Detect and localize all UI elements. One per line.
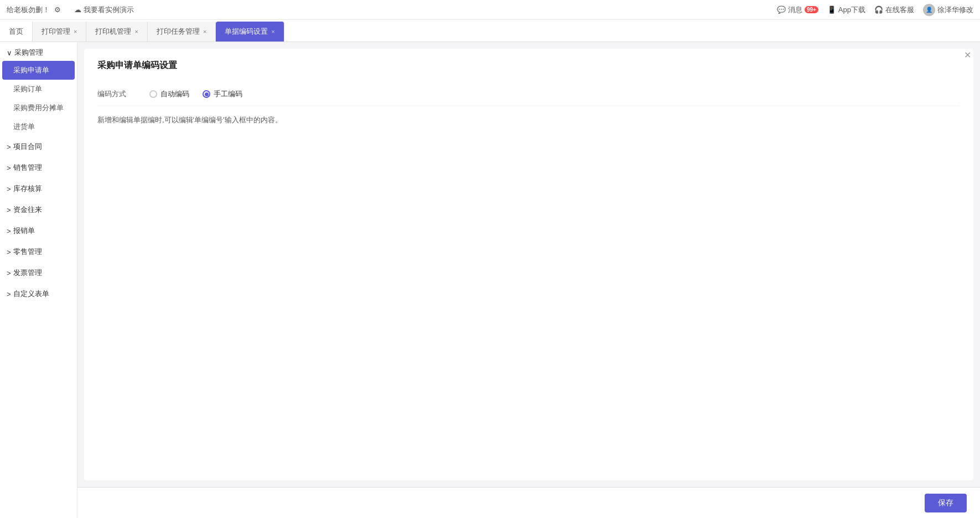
demo-link[interactable]: ☁ 我要看实例演示 xyxy=(74,5,134,15)
radio-manual-label: 手工编码 xyxy=(214,89,242,99)
sidebar-group-label-retail: 零售管理 xyxy=(13,247,42,257)
username-label: 徐泽华修改 xyxy=(937,5,973,15)
sidebar-group-arrow-custom: > xyxy=(7,290,11,298)
radio-manual-circle xyxy=(203,90,210,98)
sidebar-item-purchase-order[interactable]: 采购订单 xyxy=(0,80,77,99)
page-title: 采购申请单编码设置 xyxy=(97,60,960,71)
sidebar-item-purchase-request[interactable]: 采购申请单 xyxy=(2,61,75,80)
sidebar-group-label-expense: 报销单 xyxy=(13,226,35,236)
tab-print-mgmt-label: 打印管理 xyxy=(42,27,70,37)
tab-print-task-close[interactable]: × xyxy=(203,28,206,35)
radio-manual-coding[interactable]: 手工编码 xyxy=(203,89,242,99)
tab-print-mgmt-close[interactable]: × xyxy=(74,28,77,35)
sidebar-group-retail[interactable]: > 零售管理 xyxy=(0,241,77,262)
cloud-icon: ☁ xyxy=(74,6,81,14)
save-button[interactable]: 保存 xyxy=(925,494,967,512)
window-close-button[interactable]: ✕ xyxy=(964,50,971,60)
sidebar-group-invoice[interactable]: > 发票管理 xyxy=(0,262,77,283)
sidebar-group-arrow-expense: > xyxy=(7,227,11,235)
sidebar-group-arrow-purchase: ∨ xyxy=(7,49,12,57)
sidebar-group-label-purchase: 采购管理 xyxy=(14,48,43,58)
sidebar-item-label-purchase-request: 采购申请单 xyxy=(13,66,49,74)
sidebar-group-label-finance: 资金往来 xyxy=(13,205,42,215)
sidebar-group-arrow-finance: > xyxy=(7,206,11,214)
tab-print-task[interactable]: 打印任务管理 × xyxy=(148,22,216,42)
footer-bar: 保存 xyxy=(77,487,980,518)
tab-print-task-label: 打印任务管理 xyxy=(157,27,200,37)
hint-text: 新增和编辑单据编时,可以编辑'单编编号'输入框中的内容。 xyxy=(97,115,960,125)
sidebar-group-arrow-inventory: > xyxy=(7,185,11,193)
sidebar-group-label-invoice: 发票管理 xyxy=(13,268,42,278)
app-download-item[interactable]: 📱 App下载 xyxy=(827,5,865,15)
top-bar-left: 给老板勿删！ ⚙ ☁ 我要看实例演示 xyxy=(7,5,134,15)
tab-home[interactable]: 首页 xyxy=(0,22,33,42)
tab-printer-mgmt[interactable]: 打印机管理 × xyxy=(86,22,147,42)
sidebar-item-label-purchase-expense: 采购费用分摊单 xyxy=(13,103,64,112)
tab-bar: 首页 打印管理 × 打印机管理 × 打印任务管理 × 单据编码设置 × ✕ xyxy=(0,20,980,42)
sidebar-item-purchase-expense[interactable]: 采购费用分摊单 xyxy=(0,99,77,117)
settings-icon[interactable]: ⚙ xyxy=(54,6,61,14)
top-bar-right: 💬 消息 99+ 📱 App下载 🎧 在线客服 👤 徐泽华修改 xyxy=(777,4,973,16)
message-icon: 💬 xyxy=(777,6,786,14)
radio-auto-circle xyxy=(149,90,157,98)
coding-method-label: 编码方式 xyxy=(97,89,136,99)
sidebar-group-label-custom: 自定义表单 xyxy=(13,289,49,299)
tab-printer-mgmt-label: 打印机管理 xyxy=(95,27,131,37)
sidebar-group-label-project: 项目合同 xyxy=(13,142,42,152)
sidebar-group-arrow-invoice: > xyxy=(7,269,11,277)
sidebar-group-label-sales: 销售管理 xyxy=(13,163,42,173)
sidebar-group-project[interactable]: > 项目合同 xyxy=(0,136,77,157)
tab-code-setting-label: 单据编码设置 xyxy=(225,27,268,37)
tab-code-setting-close[interactable]: × xyxy=(271,28,274,35)
sidebar-group-finance[interactable]: > 资金往来 xyxy=(0,199,77,220)
user-profile-item[interactable]: 👤 徐泽华修改 xyxy=(923,4,973,16)
top-bar: 给老板勿删！ ⚙ ☁ 我要看实例演示 💬 消息 99+ 📱 App下载 🎧 在线… xyxy=(0,0,980,20)
radio-auto-label: 自动编码 xyxy=(160,89,189,99)
notification-label: 消息 xyxy=(788,5,802,15)
sidebar-group-custom[interactable]: > 自定义表单 xyxy=(0,283,77,304)
radio-auto-coding[interactable]: 自动编码 xyxy=(149,89,189,99)
tab-printer-mgmt-close[interactable]: × xyxy=(134,28,138,35)
app-icon: 📱 xyxy=(827,6,836,14)
main-layout: ∨ 采购管理 采购申请单 采购订单 采购费用分摊单 进货单 > 项目合同 > 销… xyxy=(0,42,980,518)
sidebar-group-sales[interactable]: > 销售管理 xyxy=(0,157,77,178)
sidebar-group-inventory[interactable]: > 库存核算 xyxy=(0,178,77,199)
notification-badge: 99+ xyxy=(805,6,818,13)
sidebar-group-arrow-retail: > xyxy=(7,248,11,256)
demo-text: 我要看实例演示 xyxy=(84,5,134,15)
sidebar-group-purchase[interactable]: ∨ 采购管理 xyxy=(0,42,77,61)
sidebar-group-label-inventory: 库存核算 xyxy=(13,184,42,194)
avatar: 👤 xyxy=(923,4,935,16)
content-inner: 采购申请单编码设置 编码方式 自动编码 手工编码 新增和编辑单据编时,可以编辑'… xyxy=(84,49,973,480)
brand-label: 给老板勿删！ xyxy=(7,5,50,15)
tab-print-mgmt[interactable]: 打印管理 × xyxy=(33,22,86,42)
headphone-icon: 🎧 xyxy=(874,6,883,14)
sidebar-group-arrow-project: > xyxy=(7,143,11,151)
notification-item[interactable]: 💬 消息 99+ xyxy=(777,5,818,15)
sidebar: ∨ 采购管理 采购申请单 采购订单 采购费用分摊单 进货单 > 项目合同 > 销… xyxy=(0,42,77,518)
online-service-item[interactable]: 🎧 在线客服 xyxy=(874,5,914,15)
app-download-label: App下载 xyxy=(838,5,865,15)
tab-home-label: 首页 xyxy=(9,27,23,37)
sidebar-item-stock-in[interactable]: 进货单 xyxy=(0,117,77,136)
tab-code-setting[interactable]: 单据编码设置 × xyxy=(216,22,284,42)
content-area: 采购申请单编码设置 编码方式 自动编码 手工编码 新增和编辑单据编时,可以编辑'… xyxy=(77,42,980,518)
service-label: 在线客服 xyxy=(885,5,914,15)
sidebar-group-expense[interactable]: > 报销单 xyxy=(0,220,77,241)
sidebar-item-label-purchase-order: 采购订单 xyxy=(13,85,42,93)
sidebar-item-label-stock-in: 进货单 xyxy=(13,122,35,131)
coding-method-row: 编码方式 自动编码 手工编码 xyxy=(97,82,960,106)
sidebar-group-arrow-sales: > xyxy=(7,164,11,172)
